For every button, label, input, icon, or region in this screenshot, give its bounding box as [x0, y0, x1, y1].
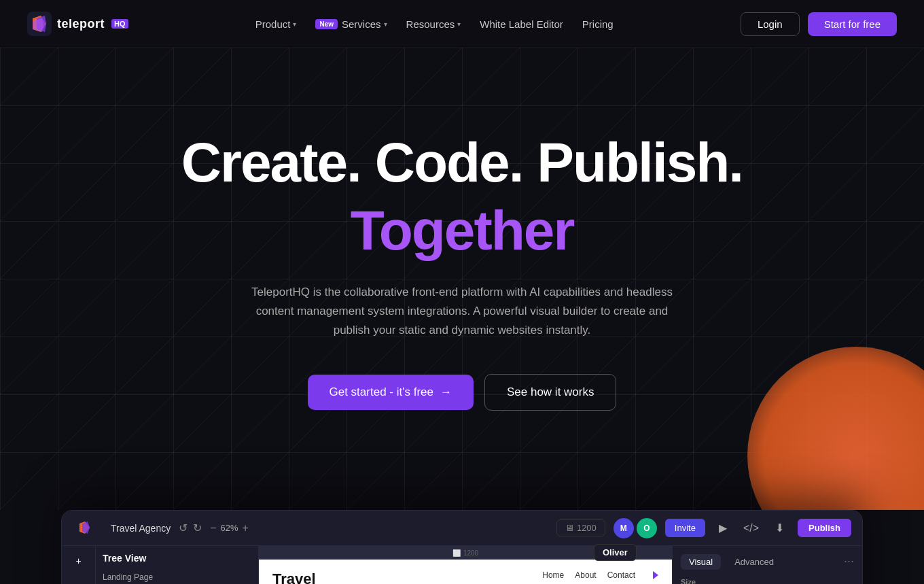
get-started-button[interactable]: Get started - it's free →: [308, 375, 474, 410]
tab-more-icon[interactable]: ···: [844, 554, 854, 570]
editor-avatars: M O: [614, 518, 657, 538]
editor-teleport-icon: [77, 520, 92, 535]
editor-viewport-selector[interactable]: 🖥 1200: [556, 519, 605, 536]
undo-button[interactable]: ↺: [179, 521, 188, 534]
canvas-nav-home[interactable]: Home: [542, 570, 564, 580]
zoom-in-button[interactable]: +: [243, 522, 249, 534]
canvas-purple-arrow: [653, 571, 658, 579]
editor-action-buttons: ▶ </> ⬇: [713, 519, 789, 537]
oliver-tooltip: Oliver: [594, 544, 637, 561]
editor-toolbar: Travel Agency ↺ ↻ − 62% + 🖥 1200 M O Oli…: [62, 511, 862, 546]
avatar-m: M: [614, 518, 634, 538]
canvas-nav-links: Home About Contact: [542, 570, 658, 580]
editor-project-name[interactable]: Travel Agency: [111, 523, 171, 534]
logo-hq-badge: HQ: [111, 19, 128, 29]
tab-advanced[interactable]: Advanced: [726, 554, 782, 570]
editor-body: + ◈ ⊞ ▣ Tree View Landing Page ▼ Contain…: [62, 546, 862, 584]
editor-zoom-controls: − 62% +: [210, 522, 249, 534]
new-badge: New: [315, 19, 338, 29]
hero-subtitle: TeleportHQ is the collaborative front-en…: [245, 283, 679, 340]
nav-white-label[interactable]: White Label Editor: [472, 14, 571, 34]
hero-buttons: Get started - it's free → See how it wor…: [181, 374, 743, 411]
nav-links: Product ▾ New Services ▾ Resources ▾ Whi…: [247, 14, 622, 34]
viewport-icon: ⬜: [452, 549, 461, 557]
editor-right-panel: Visual Advanced ··· Size Width 100% Min …: [672, 546, 862, 584]
layers-icon[interactable]: ◈: [71, 579, 87, 584]
logo[interactable]: teleport HQ: [27, 12, 128, 36]
resources-chevron-icon: ▾: [457, 20, 461, 28]
nav-pricing[interactable]: Pricing: [574, 14, 622, 34]
zoom-value: 62%: [221, 523, 238, 533]
editor-logo: [73, 520, 97, 536]
nav-services[interactable]: New Services ▾: [307, 14, 395, 34]
start-for-free-button[interactable]: Start for free: [808, 12, 897, 36]
tree-view-title: Tree View: [103, 553, 251, 564]
invite-button[interactable]: Invite: [665, 519, 705, 537]
size-section-title: Size: [681, 578, 854, 584]
login-button[interactable]: Login: [741, 12, 800, 36]
svg-marker-8: [82, 521, 90, 534]
code-view-button[interactable]: </>: [738, 519, 764, 537]
zoom-out-button[interactable]: −: [210, 522, 216, 534]
editor-preview: Travel Agency ↺ ↻ − 62% + 🖥 1200 M O Oli…: [61, 510, 863, 584]
canvas-nav-about[interactable]: About: [575, 570, 596, 580]
hero-title-together: Together: [181, 199, 743, 262]
nav-product[interactable]: Product ▾: [247, 14, 305, 34]
services-chevron-icon: ▾: [384, 20, 387, 28]
add-element-icon[interactable]: +: [71, 553, 87, 569]
tab-visual[interactable]: Visual: [681, 554, 721, 570]
viewport-width: 1200: [577, 523, 597, 533]
hero-title-line1: Create. Code. Publish.: [181, 133, 743, 192]
canvas-travel-heading: Travel: [272, 570, 316, 584]
canvas-content[interactable]: Travel Home About Contact: [259, 560, 672, 584]
nav-resources[interactable]: Resources ▾: [398, 14, 469, 34]
navigation: teleport HQ Product ▾ New Services ▾ Res…: [0, 0, 924, 48]
editor-sidebar-left: + ◈ ⊞ ▣: [62, 546, 96, 584]
desktop-icon: 🖥: [565, 523, 574, 533]
canvas-nav-contact[interactable]: Contact: [607, 570, 635, 580]
tree-item-landing-page[interactable]: Landing Page: [103, 570, 251, 584]
download-button[interactable]: ⬇: [770, 519, 789, 537]
nav-buttons: Login Start for free: [741, 12, 897, 36]
hero-section: Create. Code. Publish. Together Teleport…: [0, 48, 924, 510]
editor-undo-redo: ↺ ↻: [179, 521, 202, 534]
hero-content: Create. Code. Publish. Together Teleport…: [181, 133, 743, 411]
logo-text: teleport: [57, 17, 105, 31]
see-how-it-works-button[interactable]: See how it works: [484, 374, 617, 411]
play-button[interactable]: ▶: [713, 519, 732, 537]
editor-tree-panel: Tree View Landing Page ▼ Container ▼ Men…: [96, 546, 259, 584]
teleport-logo-icon: [27, 12, 52, 36]
editor-publish-button[interactable]: Publish: [798, 519, 851, 537]
right-panel-tabs: Visual Advanced ···: [681, 554, 854, 570]
redo-button[interactable]: ↻: [193, 521, 202, 534]
product-chevron-icon: ▾: [293, 20, 296, 28]
avatar-o: O: [637, 518, 657, 538]
